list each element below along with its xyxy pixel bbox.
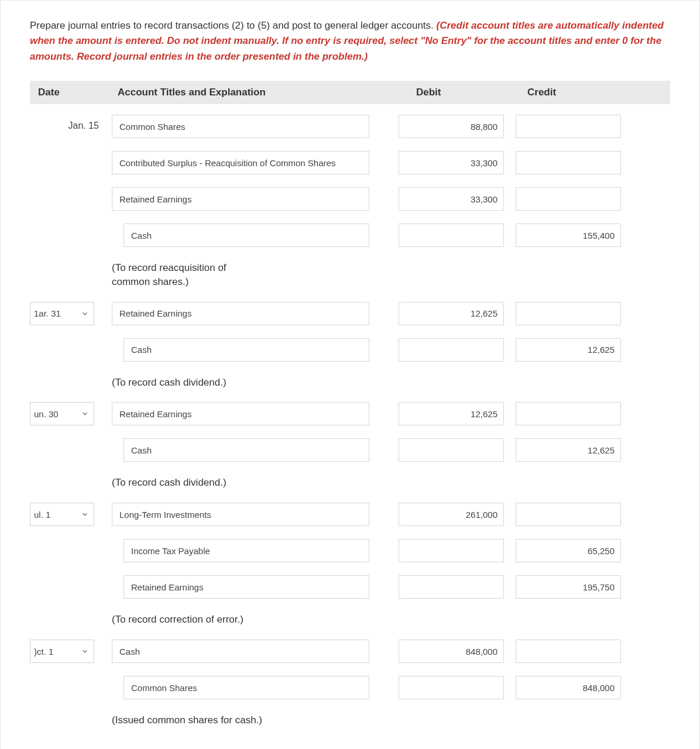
date-select-value: ul. 1 xyxy=(34,510,50,520)
account-title-input[interactable]: Common Shares xyxy=(123,676,369,699)
credit-input[interactable]: 65,250 xyxy=(516,539,621,562)
entry-note: (Issued common shares for cash.) xyxy=(112,712,262,727)
chevron-down-icon xyxy=(81,410,89,418)
date-select-value: )ct. 1 xyxy=(34,647,53,657)
account-title-input[interactable]: Cash xyxy=(123,338,369,362)
table-row: )ct. 1Cash848,000 xyxy=(30,640,670,663)
debit-input[interactable] xyxy=(399,575,504,599)
table-row: 1ar. 31Retained Earnings12,625 xyxy=(30,302,670,325)
table-row: Contributed Surplus - Reacquisition of C… xyxy=(30,151,670,174)
table-row: (To record cash dividend.) xyxy=(30,475,670,490)
credit-input[interactable] xyxy=(516,151,621,174)
debit-input[interactable] xyxy=(399,338,504,362)
date-select[interactable]: ul. 1 xyxy=(30,503,94,526)
header-date: Date xyxy=(30,87,112,98)
entry-note: (To record reacquisition of common share… xyxy=(112,260,252,289)
table-row: (To record cash dividend.) xyxy=(30,374,670,390)
table-row: Retained Earnings33,300 xyxy=(30,187,670,211)
chevron-down-icon xyxy=(81,310,89,318)
table-row: Common Shares848,000 xyxy=(30,676,670,699)
date-select[interactable]: un. 30 xyxy=(30,402,94,425)
header-account: Account Titles and Explanation xyxy=(112,87,393,98)
date-select-value: 1ar. 31 xyxy=(34,308,61,318)
account-title-input[interactable]: Income Tax Payable xyxy=(123,539,369,562)
credit-input[interactable]: 195,750 xyxy=(516,575,621,599)
chevron-down-icon xyxy=(81,510,89,518)
debit-input[interactable]: 12,625 xyxy=(399,402,504,425)
header-debit: Debit xyxy=(393,87,510,98)
credit-input[interactable] xyxy=(516,187,621,211)
table-row: Retained Earnings195,750 xyxy=(30,575,670,599)
debit-input[interactable] xyxy=(399,438,504,462)
credit-input[interactable]: 12,625 xyxy=(516,338,621,362)
credit-input[interactable]: 848,000 xyxy=(516,676,621,699)
entry-note: (To record cash dividend.) xyxy=(112,374,227,390)
credit-input[interactable] xyxy=(516,640,621,663)
entry-note: (To record cash dividend.) xyxy=(112,475,227,490)
credit-input[interactable] xyxy=(516,115,621,138)
credit-input[interactable]: 155,400 xyxy=(516,224,621,247)
account-title-input[interactable]: Retained Earnings xyxy=(112,302,369,325)
account-title-input[interactable]: Cash xyxy=(123,438,369,462)
account-title-input[interactable]: Cash xyxy=(123,224,369,247)
credit-input[interactable]: 12,625 xyxy=(516,438,621,462)
date-label: Jan. 15 xyxy=(30,115,112,131)
debit-input[interactable] xyxy=(399,224,504,247)
journal-entry-form: Prepare journal entries to record transa… xyxy=(0,0,700,749)
account-title-input[interactable]: Contributed Surplus - Reacquisition of C… xyxy=(112,151,369,174)
table-row: (To record correction of error.) xyxy=(30,611,670,627)
table-row: (Issued common shares for cash.) xyxy=(30,712,670,727)
table-row: ul. 1Long-Term Investments261,000 xyxy=(30,503,670,526)
debit-input[interactable]: 12,625 xyxy=(399,302,504,325)
credit-input[interactable] xyxy=(516,302,621,325)
account-title-input[interactable]: Retained Earnings xyxy=(112,402,369,425)
credit-input[interactable] xyxy=(516,402,621,425)
chevron-down-icon xyxy=(81,647,89,655)
table-row: (To record reacquisition of common share… xyxy=(30,260,670,289)
debit-input[interactable] xyxy=(399,539,504,562)
debit-input[interactable] xyxy=(399,676,504,699)
account-title-input[interactable]: Retained Earnings xyxy=(123,575,369,599)
credit-input[interactable] xyxy=(516,503,621,526)
debit-input[interactable]: 33,300 xyxy=(399,151,504,174)
instructions: Prepare journal entries to record transa… xyxy=(30,18,670,64)
account-title-input[interactable]: Cash xyxy=(112,640,369,663)
debit-input[interactable]: 88,800 xyxy=(399,115,504,138)
date-select-value: un. 30 xyxy=(34,409,59,419)
date-select[interactable]: )ct. 1 xyxy=(30,640,94,663)
table-row: Income Tax Payable65,250 xyxy=(30,539,670,562)
debit-input[interactable]: 33,300 xyxy=(399,187,504,211)
table-row: Jan. 15Common Shares88,800 xyxy=(30,115,670,138)
date-select[interactable]: 1ar. 31 xyxy=(30,302,94,325)
header-credit: Credit xyxy=(510,87,627,98)
table-row: un. 30Retained Earnings12,625 xyxy=(30,402,670,425)
entry-note: (To record correction of error.) xyxy=(112,611,243,627)
table-header: Date Account Titles and Explanation Debi… xyxy=(30,81,670,104)
account-title-input[interactable]: Retained Earnings xyxy=(112,187,369,211)
table-row: Cash155,400 xyxy=(30,224,670,247)
instructions-plain: Prepare journal entries to record transa… xyxy=(30,20,437,31)
account-title-input[interactable]: Common Shares xyxy=(112,115,369,138)
debit-input[interactable]: 261,000 xyxy=(399,503,504,526)
table-row: Cash12,625 xyxy=(30,438,670,462)
account-title-input[interactable]: Long-Term Investments xyxy=(112,503,369,526)
debit-input[interactable]: 848,000 xyxy=(399,640,504,663)
table-row: Cash12,625 xyxy=(30,338,670,362)
